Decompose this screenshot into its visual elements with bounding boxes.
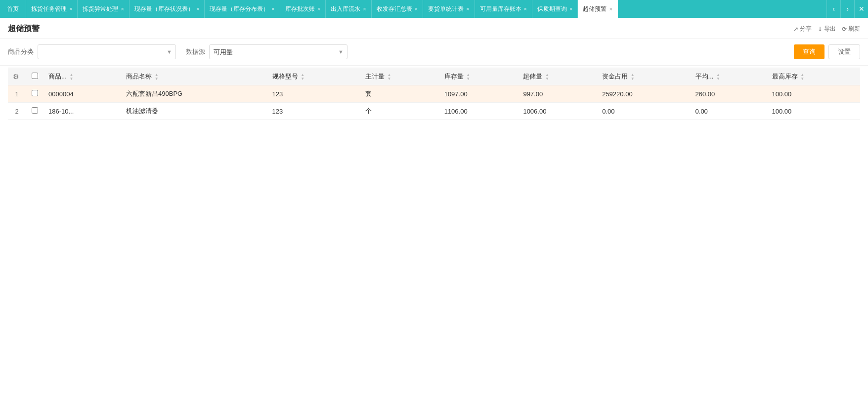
col-settings[interactable]: ⚙ <box>8 68 26 85</box>
row-product-name-2: 机油滤清器 <box>121 103 267 120</box>
nav-tab-1[interactable]: 拣货任务管理 × <box>26 0 78 18</box>
row-capital-2: 0.00 <box>597 103 690 120</box>
row-checkbox-input-1[interactable] <box>32 90 38 96</box>
row-checkbox-2[interactable] <box>26 103 43 120</box>
category-select[interactable] <box>38 44 176 59</box>
table-row: 1 0000004 六配套新昌490BPG 123 套 1097.00 997.… <box>8 85 860 103</box>
nav-tab-6[interactable]: 出入库流水 × <box>326 0 371 18</box>
datasource-select-wrapper: 可用量 ▼ <box>209 44 347 59</box>
category-select-wrapper: ▼ <box>38 44 176 59</box>
sort-icon-avg: ▲▼ <box>716 73 720 81</box>
filter-datasource: 数据源 可用量 ▼ <box>186 44 347 59</box>
col-stock[interactable]: 库存量 ▲▼ <box>439 68 519 85</box>
sort-icon-overstock: ▲▼ <box>545 73 549 81</box>
col-capital[interactable]: 资金占用 ▲▼ <box>597 68 690 85</box>
row-capital-1: 259220.00 <box>597 85 690 103</box>
row-unit-2: 个 <box>360 103 439 120</box>
row-product-code-1: 0000004 <box>43 85 121 103</box>
nav-arrows: ‹ › ✕ <box>826 0 868 18</box>
table-header-row: ⚙ 商品... ▲▼ 商品名称 ▲▼ 规格型号 ▲▼ 主计 <box>8 68 860 85</box>
nav-tab-close-3[interactable]: × <box>196 6 199 12</box>
header-actions: ↗ 分享 ⤓ 导出 ⟳ 刷新 <box>793 25 860 33</box>
datasource-select[interactable]: 可用量 <box>209 44 347 59</box>
row-max-stock-2: 100.00 <box>767 103 860 120</box>
sort-icon-product-code: ▲▼ <box>69 73 73 81</box>
nav-tab-11[interactable]: 超储预警 × <box>578 0 617 18</box>
col-checkbox[interactable] <box>26 68 43 85</box>
filter-row: 商品分类 ▼ 数据源 可用量 ▼ 查询 设置 <box>0 39 868 66</box>
sort-icon-stock: ▲▼ <box>466 73 470 81</box>
col-avg[interactable]: 平均... ▲▼ <box>691 68 767 85</box>
sort-icon-product-name: ▲▼ <box>155 73 159 81</box>
nav-prev-btn[interactable]: ‹ <box>826 0 840 18</box>
row-checkbox-1[interactable] <box>26 85 43 103</box>
nav-tab-7[interactable]: 收发存汇总表 × <box>372 0 423 18</box>
col-spec[interactable]: 规格型号 ▲▼ <box>267 68 360 85</box>
export-link[interactable]: ⤓ 导出 <box>818 25 836 33</box>
nav-tab-close-9[interactable]: × <box>524 6 527 12</box>
gear-icon[interactable]: ⚙ <box>13 73 19 80</box>
nav-tab-2[interactable]: 拣货异常处理 × <box>78 0 129 18</box>
nav-tab-close-8[interactable]: × <box>466 6 469 12</box>
col-stock-label: 库存量 <box>444 73 464 80</box>
nav-tab-close-2[interactable]: × <box>121 6 124 12</box>
row-avg-2: 0.00 <box>691 103 767 120</box>
col-capital-label: 资金占用 <box>602 73 628 80</box>
row-num-1: 1 <box>8 85 26 103</box>
sort-icon-capital: ▲▼ <box>631 73 635 81</box>
sort-icon-max-stock: ▲▼ <box>800 73 804 81</box>
page-title: 超储预警 <box>8 24 40 34</box>
nav-tab-close-10[interactable]: × <box>569 6 572 12</box>
share-icon: ↗ <box>793 26 798 33</box>
filter-buttons: 查询 设置 <box>794 44 860 59</box>
settings-button[interactable]: 设置 <box>828 44 860 59</box>
row-num-2: 2 <box>8 103 26 120</box>
select-all-checkbox[interactable] <box>32 73 38 79</box>
nav-tab-5[interactable]: 库存批次账 × <box>280 0 326 18</box>
share-link[interactable]: ↗ 分享 <box>793 25 812 33</box>
row-spec-1: 123 <box>267 85 360 103</box>
row-overstock-1: 997.00 <box>518 85 597 103</box>
datasource-label: 数据源 <box>186 47 205 56</box>
refresh-link[interactable]: ⟳ 刷新 <box>842 25 860 33</box>
nav-home[interactable]: 首页 <box>0 0 26 18</box>
row-avg-1: 260.00 <box>691 85 767 103</box>
nav-tab-close-4[interactable]: × <box>271 6 274 12</box>
nav-tab-close-6[interactable]: × <box>363 6 366 12</box>
col-product-code[interactable]: 商品... ▲▼ <box>43 68 121 85</box>
row-overstock-2: 1006.00 <box>518 103 597 120</box>
refresh-icon: ⟳ <box>842 26 847 33</box>
nav-close-btn[interactable]: ✕ <box>854 0 868 18</box>
row-checkbox-input-2[interactable] <box>32 107 38 114</box>
row-stock-2: 1106.00 <box>439 103 519 120</box>
nav-tab-9[interactable]: 可用量库存账本 × <box>475 0 532 18</box>
sort-icon-unit: ▲▼ <box>388 73 391 81</box>
top-nav: 首页 拣货任务管理 × 拣货异常处理 × 现存量（库存状况表） × 现存量（库存… <box>0 0 868 18</box>
query-button[interactable]: 查询 <box>794 44 825 59</box>
nav-tab-close-1[interactable]: × <box>69 6 72 12</box>
nav-tab-10[interactable]: 保质期查询 × <box>532 0 578 18</box>
nav-tab-close-11[interactable]: × <box>609 6 612 12</box>
nav-tab-3[interactable]: 现存量（库存状况表） × <box>130 0 205 18</box>
col-product-code-label: 商品... <box>48 73 67 80</box>
nav-tab-close-5[interactable]: × <box>317 6 320 12</box>
row-unit-1: 套 <box>360 85 439 103</box>
row-max-stock-1: 100.00 <box>767 85 860 103</box>
data-table: ⚙ 商品... ▲▼ 商品名称 ▲▼ 规格型号 ▲▼ 主计 <box>8 68 860 120</box>
sort-icon-spec: ▲▼ <box>301 73 304 81</box>
col-product-name[interactable]: 商品名称 ▲▼ <box>121 68 267 85</box>
row-spec-2: 123 <box>267 103 360 120</box>
nav-tab-close-7[interactable]: × <box>415 6 418 12</box>
row-product-name-1: 六配套新昌490BPG <box>121 85 267 103</box>
category-label: 商品分类 <box>8 47 34 56</box>
col-unit[interactable]: 主计量 ▲▼ <box>360 68 439 85</box>
col-avg-label: 平均... <box>695 73 714 80</box>
col-max-stock-label: 最高库存 <box>772 73 798 80</box>
col-max-stock[interactable]: 最高库存 ▲▼ <box>767 68 860 85</box>
row-product-code-2: 186-10... <box>43 103 121 120</box>
nav-tab-8[interactable]: 要货单统计表 × <box>423 0 475 18</box>
nav-tab-4[interactable]: 现存量（库存分布表） × <box>205 0 280 18</box>
export-icon: ⤓ <box>818 26 823 33</box>
nav-next-btn[interactable]: › <box>840 0 854 18</box>
col-overstock[interactable]: 超储量 ▲▼ <box>518 68 597 85</box>
